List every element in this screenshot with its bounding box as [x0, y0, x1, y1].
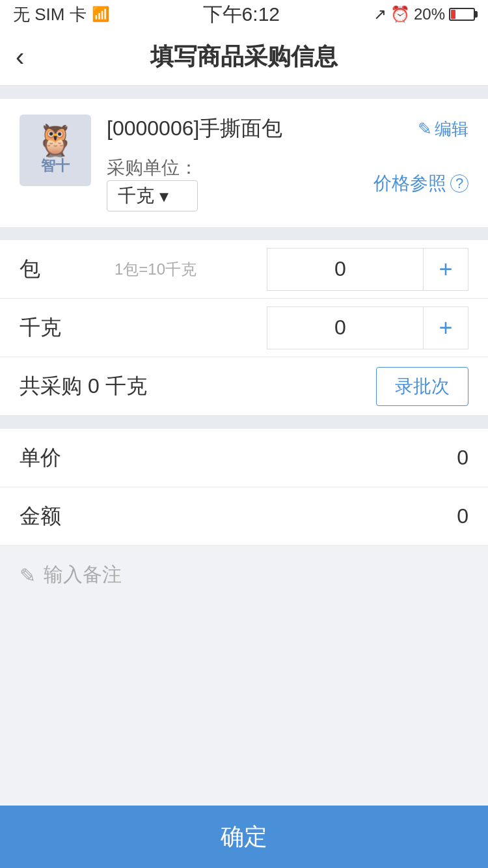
status-right: ↗ ⏰ 20%: [373, 5, 475, 23]
bag-quantity-input[interactable]: [267, 248, 423, 291]
question-icon: ?: [450, 174, 468, 193]
status-bar: 无 SIM 卡 📶 下午6:12 ↗ ⏰ 20%: [0, 0, 488, 29]
product-info: [0000006]手撕面包 ✎ 编辑 采购单位： 千克 ▾ 价格参照 ?: [107, 115, 468, 211]
unit-label-text: 采购单位：: [107, 157, 198, 178]
remark-section[interactable]: ✎ 输入备注: [0, 546, 488, 754]
kg-plus-button[interactable]: +: [423, 306, 468, 349]
confirm-button[interactable]: 确定: [0, 806, 488, 868]
unit-select[interactable]: 千克 ▾: [107, 180, 198, 211]
amount-label: 金额: [20, 502, 61, 531]
price-section: 单价 0 金额 0: [0, 429, 488, 546]
battery-icon: [449, 8, 475, 21]
bag-input-right: +: [197, 248, 468, 291]
bag-sublabel: 1包=10千克: [115, 259, 197, 280]
batch-button[interactable]: 录批次: [376, 367, 468, 406]
amount-row: 金额 0: [0, 487, 488, 546]
kg-quantity-input[interactable]: [267, 306, 423, 349]
product-thumbnail: 🦉 智十: [20, 115, 91, 186]
alarm-icon: ⏰: [390, 5, 410, 23]
divider-top: [0, 86, 488, 99]
bag-label: 包: [20, 255, 111, 284]
amount-value: 0: [457, 504, 468, 528]
edit-icon: ✎: [418, 119, 432, 139]
price-reference-button[interactable]: 价格参照 ?: [373, 171, 468, 196]
battery-percent: 20%: [414, 5, 445, 23]
kg-input-right: +: [111, 306, 468, 349]
owl-icon: 🦉: [36, 125, 75, 156]
kg-row: 千克 +: [0, 299, 488, 357]
price-ref-label: 价格参照: [373, 171, 446, 196]
back-button[interactable]: ‹: [16, 42, 24, 72]
bag-plus-button[interactable]: +: [423, 248, 468, 291]
unit-price-value: 0: [457, 446, 468, 470]
unit-price-label: 单价: [20, 444, 61, 472]
chevron-down-icon: ▾: [159, 185, 169, 207]
summary-row: 共采购 0 千克 录批次: [0, 357, 488, 416]
summary-text: 共采购 0 千克: [20, 372, 147, 401]
unit-value: 千克: [118, 183, 154, 208]
divider-summary: [0, 416, 488, 429]
input-section: 包 1包=10千克 + 千克 +: [0, 240, 488, 357]
status-time: 下午6:12: [203, 1, 280, 28]
unit-price-row: 单价 0: [0, 429, 488, 487]
kg-label: 千克: [20, 314, 111, 342]
divider-product: [0, 227, 488, 240]
product-card: 🦉 智十 [0000006]手撕面包 ✎ 编辑 采购单位： 千克 ▾ 价格参照 …: [0, 99, 488, 227]
remark-placeholder: 输入备注: [44, 562, 122, 588]
location-icon: ↗: [373, 5, 386, 23]
edit-button[interactable]: ✎ 编辑: [418, 118, 468, 141]
pencil-icon: ✎: [20, 564, 36, 587]
bag-row: 包 1包=10千克 +: [0, 240, 488, 299]
sim-label: 无 SIM 卡: [13, 3, 87, 26]
edit-label: 编辑: [435, 118, 468, 141]
thumb-text: 智十: [41, 156, 70, 176]
status-left: 无 SIM 卡 📶: [13, 3, 109, 26]
product-name: [0000006]手撕面包: [107, 115, 282, 143]
page-title: 填写商品采购信息: [150, 41, 338, 73]
nav-bar: ‹ 填写商品采购信息: [0, 29, 488, 86]
wifi-icon: 📶: [92, 6, 109, 23]
